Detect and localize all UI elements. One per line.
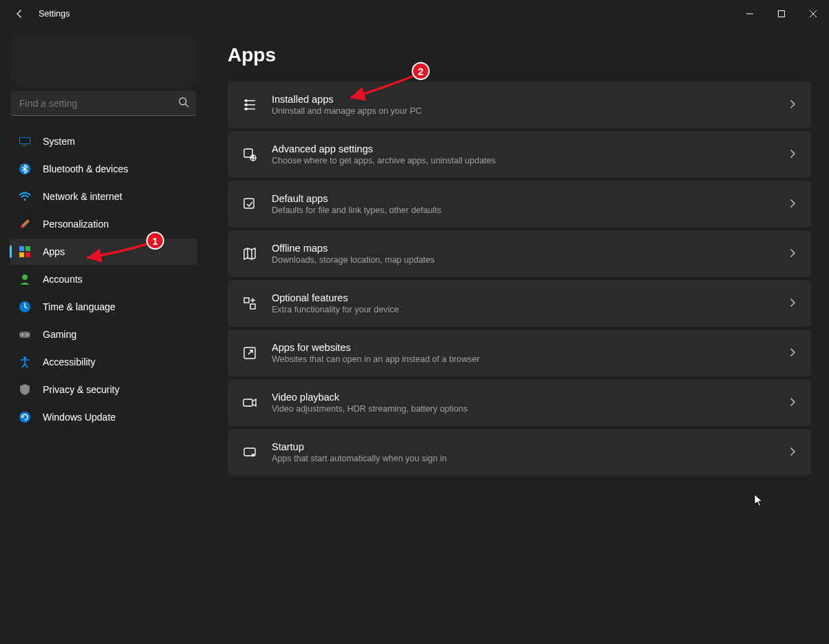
- nav-item-windows-update[interactable]: Windows Update: [10, 404, 197, 430]
- chevron-right-icon: [788, 298, 797, 310]
- apps-icon: [18, 245, 32, 259]
- svg-rect-1: [779, 11, 785, 17]
- nav-label: Apps: [43, 246, 65, 257]
- svg-rect-9: [19, 246, 24, 251]
- wifi-icon: [18, 190, 32, 203]
- card-sub: Defaults for file and link types, other …: [272, 205, 774, 215]
- person-icon: [18, 272, 32, 286]
- card-title: Video playback: [272, 392, 774, 403]
- chevron-right-icon: [788, 199, 797, 210]
- chevron-right-icon: [788, 397, 797, 409]
- card-title: Advanced app settings: [272, 143, 774, 154]
- svg-point-17: [27, 334, 28, 336]
- nav-item-network[interactable]: Network & internet: [10, 183, 197, 210]
- nav-item-time-language[interactable]: Time & language: [10, 294, 197, 320]
- nav-list: System Bluetooth & devices Network & int…: [7, 128, 200, 430]
- nav-label: Personalization: [43, 219, 109, 230]
- svg-rect-12: [26, 252, 30, 257]
- nav-label: Bluetooth & devices: [43, 163, 128, 174]
- shield-icon: [18, 383, 32, 396]
- nav-item-bluetooth[interactable]: Bluetooth & devices: [10, 156, 197, 182]
- svg-point-19: [19, 412, 30, 423]
- chevron-right-icon: [788, 447, 797, 459]
- card-sub: Apps that start automatically when you s…: [272, 454, 774, 463]
- nav-label: Time & language: [43, 301, 115, 312]
- card-title: Optional features: [272, 292, 774, 303]
- svg-rect-11: [19, 252, 24, 257]
- nav-label: Gaming: [43, 329, 77, 340]
- svg-rect-30: [250, 304, 255, 309]
- nav-label: Privacy & security: [43, 384, 119, 395]
- video-icon: [241, 394, 258, 411]
- card-title: Startup: [272, 441, 774, 452]
- close-button[interactable]: [797, 0, 829, 28]
- annotation-arrow-1: [81, 239, 150, 266]
- installed-apps-icon: [241, 97, 258, 113]
- svg-rect-5: [20, 138, 30, 143]
- sidebar: System Bluetooth & devices Network & int…: [0, 28, 207, 644]
- nav-label: Accounts: [43, 274, 83, 285]
- svg-point-16: [22, 334, 23, 336]
- main-content: Apps Installed apps Uninstall and manage…: [207, 28, 829, 644]
- card-optional-features[interactable]: Optional features Extra functionality fo…: [228, 280, 811, 327]
- map-icon: [241, 245, 258, 262]
- accessibility-icon: [18, 355, 32, 369]
- svg-point-23: [246, 100, 247, 101]
- user-profile-blurred: [11, 34, 196, 84]
- card-offline-maps[interactable]: Offline maps Downloads, storage location…: [228, 230, 811, 277]
- svg-line-3: [186, 104, 188, 107]
- chevron-right-icon: [788, 248, 797, 260]
- mouse-cursor: [754, 494, 765, 507]
- svg-rect-29: [244, 298, 249, 303]
- card-title: Offline maps: [272, 243, 774, 254]
- search-input[interactable]: [19, 98, 178, 109]
- page-title: Apps: [228, 44, 811, 66]
- card-sub: Websites that can open in an app instead…: [272, 354, 774, 364]
- update-icon: [18, 410, 32, 424]
- card-title: Default apps: [272, 193, 774, 204]
- nav-item-accounts[interactable]: Accounts: [10, 266, 197, 292]
- nav-item-personalization[interactable]: Personalization: [10, 211, 197, 237]
- chevron-right-icon: [788, 99, 797, 111]
- card-advanced-app-settings[interactable]: Advanced app settings Choose where to ge…: [228, 131, 811, 178]
- external-link-icon: [241, 345, 258, 361]
- default-apps-icon: [241, 196, 258, 212]
- nav-item-privacy-security[interactable]: Privacy & security: [10, 376, 197, 403]
- card-sub: Downloads, storage location, map updates: [272, 255, 774, 265]
- search-box[interactable]: [11, 91, 196, 116]
- svg-rect-32: [243, 399, 252, 406]
- svg-point-18: [23, 356, 26, 359]
- nav-item-gaming[interactable]: Gaming: [10, 321, 197, 348]
- svg-point-25: [246, 108, 247, 110]
- card-startup[interactable]: Startup Apps that start automatically wh…: [228, 429, 811, 476]
- card-default-apps[interactable]: Default apps Defaults for file and link …: [228, 181, 811, 228]
- card-apps-for-websites[interactable]: Apps for websites Websites that can open…: [228, 330, 811, 376]
- annotation-arrow-2: [345, 73, 421, 106]
- nav-label: Accessibility: [43, 356, 95, 368]
- advanced-settings-icon: [241, 146, 258, 163]
- chevron-right-icon: [788, 348, 797, 359]
- titlebar: Settings: [0, 0, 829, 28]
- card-sub: Choose where to get apps, archive apps, …: [272, 156, 774, 165]
- back-button[interactable]: [12, 7, 26, 21]
- chevron-right-icon: [788, 149, 797, 161]
- card-sub: Uninstall and manage apps on your PC: [272, 106, 774, 116]
- settings-card-list: Installed apps Uninstall and manage apps…: [228, 81, 811, 476]
- nav-item-system[interactable]: System: [10, 128, 197, 154]
- card-video-playback[interactable]: Video playback Video adjustments, HDR st…: [228, 379, 811, 426]
- nav-label: Windows Update: [43, 412, 116, 423]
- search-icon: [178, 97, 189, 110]
- optional-features-icon: [241, 295, 258, 312]
- card-installed-apps[interactable]: Installed apps Uninstall and manage apps…: [228, 81, 811, 128]
- svg-rect-6: [23, 145, 27, 146]
- nav-label: System: [43, 136, 75, 147]
- bluetooth-icon: [18, 162, 32, 176]
- maximize-button[interactable]: [766, 0, 797, 28]
- minimize-button[interactable]: [734, 0, 766, 28]
- nav-item-accessibility[interactable]: Accessibility: [10, 349, 197, 375]
- system-icon: [18, 134, 32, 148]
- svg-point-24: [246, 104, 247, 105]
- gamepad-icon: [18, 328, 32, 341]
- svg-point-13: [22, 274, 28, 280]
- startup-icon: [241, 444, 258, 461]
